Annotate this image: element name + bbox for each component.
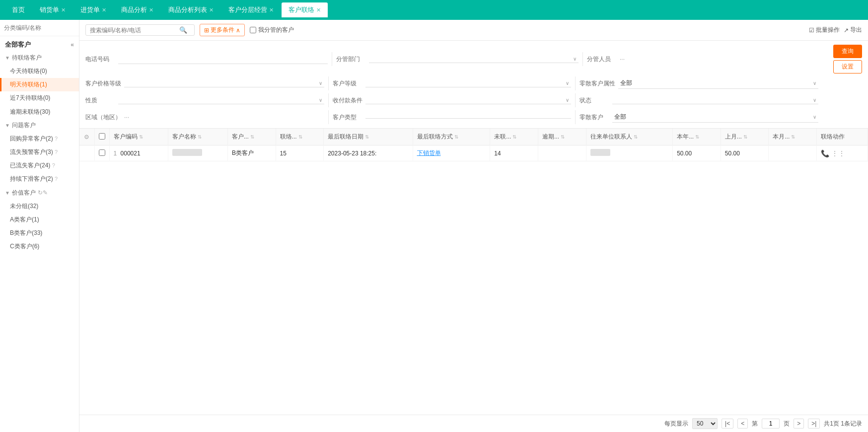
- nav-close-product-analysis-list[interactable]: ✕: [209, 7, 214, 13]
- value-group-edit-icon[interactable]: ✎: [43, 189, 48, 196]
- nav-close-purchase-order[interactable]: ✕: [102, 7, 106, 13]
- page-number-input[interactable]: [762, 419, 780, 429]
- sidebar-item-tomorrow-pending[interactable]: 明天待联络(1): [0, 78, 79, 91]
- sidebar-item-c-class[interactable]: C类客户(6): [0, 240, 79, 253]
- th-contacts-sortable[interactable]: 联络... ⇅: [280, 133, 320, 141]
- th-uncontacted-sortable[interactable]: 未联... ⇅: [494, 133, 534, 141]
- per-page-select[interactable]: 50 100 200: [692, 418, 718, 429]
- sidebar-item-today-pending[interactable]: 今天待联络(0): [0, 65, 79, 78]
- gear-icon[interactable]: ⚙: [84, 134, 89, 141]
- row-action-more-icon[interactable]: ⋮⋮: [831, 149, 845, 157]
- select-all-checkbox[interactable]: [99, 133, 105, 140]
- nav-customer-contact[interactable]: 客户联络 ✕: [282, 2, 328, 17]
- nav-home[interactable]: 首页: [5, 2, 32, 17]
- sidebar-item-churn-warning[interactable]: 流失预警客户(3) ?: [0, 145, 79, 159]
- filter-select-retail-attr[interactable]: 全部 ∨: [618, 78, 818, 89]
- nav-customer-layered[interactable]: 客户分层经营 ✕: [221, 2, 281, 17]
- pending-arrow-icon: ▼: [5, 55, 10, 61]
- nav-sales-order[interactable]: 销货单 ✕: [33, 2, 72, 17]
- th-current-month-sortable[interactable]: 本月... ⇅: [773, 133, 812, 141]
- th-actions: 联络动作: [817, 129, 868, 145]
- nav-close-product-analysis[interactable]: ✕: [149, 7, 153, 13]
- sidebar-item-b-class[interactable]: B类客户(33): [0, 226, 79, 240]
- nav-product-analysis-list[interactable]: 商品分析列表 ✕: [161, 2, 220, 17]
- filter-select-price-level[interactable]: ∨: [124, 79, 324, 87]
- prev-page-button[interactable]: <: [737, 419, 748, 429]
- problem-group-title[interactable]: ▼ 问题客户: [0, 119, 79, 132]
- filter-select-retail-customer[interactable]: 全部 ∨: [612, 112, 818, 123]
- filter-icon: ⊞: [204, 27, 209, 34]
- filter-label-dept: 分管部门: [336, 55, 366, 64]
- my-customers-checkbox[interactable]: 我分管的客户: [250, 26, 294, 34]
- row-checkbox[interactable]: [99, 149, 105, 156]
- filter-select-customer-type[interactable]: [365, 116, 572, 119]
- batch-operation-button[interactable]: ☑ 批量操作: [809, 26, 840, 34]
- pending-group-title[interactable]: ▼ 待联络客户: [0, 51, 79, 65]
- th-checkbox: [94, 129, 109, 145]
- first-page-button[interactable]: |<: [722, 419, 733, 429]
- sidebar-search-input[interactable]: [4, 24, 78, 31]
- sidebar-item-overdue-pending[interactable]: 逾期未联络(30): [0, 105, 79, 119]
- td-empty: [79, 145, 94, 161]
- th-contact-person-sortable[interactable]: 往来单位联系人 ⇅: [590, 133, 669, 141]
- more-filter-button[interactable]: ⊞ 更多条件 ∧: [200, 24, 245, 36]
- filter-select-status[interactable]: ∨: [612, 96, 818, 104]
- filter-select-payment[interactable]: ∨: [365, 96, 572, 104]
- filter-dots-manager[interactable]: ···: [620, 56, 625, 63]
- filter-divider-3: [328, 76, 329, 90]
- th-overdue-sortable[interactable]: 逾期... ⇅: [542, 133, 582, 141]
- row-action-phone-icon[interactable]: 📞: [821, 149, 829, 157]
- row-actions-wrap: 📞 ⋮⋮: [821, 149, 864, 157]
- filter-divider-6: [575, 93, 576, 107]
- th-last-contact-method-sortable[interactable]: 最后联络方式 ⇅: [417, 133, 486, 141]
- sort-icon-contacts: ⇅: [298, 134, 302, 140]
- search-input[interactable]: [90, 27, 179, 34]
- filter-select-customer-level[interactable]: ∨: [365, 79, 572, 87]
- sort-icon-type: ⇅: [250, 134, 254, 140]
- th-last-month-sortable[interactable]: 上月... ⇅: [725, 133, 765, 141]
- nav-close-sales-order[interactable]: ✕: [61, 7, 66, 13]
- td-last-contact-method: 下销货单: [413, 145, 490, 161]
- th-current-year-sortable[interactable]: 本年... ⇅: [677, 133, 717, 141]
- sort-icon-last-contact-date: ⇅: [365, 134, 369, 140]
- sidebar-item-churned[interactable]: 已流失客户(24) ?: [0, 159, 79, 172]
- th-code-sortable[interactable]: 客户编码 ⇅: [114, 133, 164, 141]
- collapse-icon[interactable]: «: [71, 41, 74, 48]
- nav-close-customer-contact[interactable]: ✕: [316, 7, 321, 13]
- value-group-title[interactable]: ▼ 价值客户 ↻ ✎: [0, 186, 79, 200]
- search-icon[interactable]: 🔍: [179, 26, 187, 34]
- setting-button[interactable]: 设置: [833, 60, 862, 73]
- th-last-contact-date-sortable[interactable]: 最后联络日期 ⇅: [328, 133, 408, 141]
- nav-product-analysis[interactable]: 商品分析 ✕: [114, 2, 160, 17]
- th-name-sortable[interactable]: 客户名称 ⇅: [172, 133, 223, 141]
- th-current-year: 本年... ⇅: [673, 129, 721, 145]
- nav-purchase-order[interactable]: 进货单 ✕: [73, 2, 113, 17]
- last-page-button[interactable]: >|: [808, 419, 820, 429]
- th-type-sortable[interactable]: 客户... ⇅: [232, 133, 272, 141]
- chevron-down-icon-4: ∨: [813, 80, 816, 86]
- filter-input-phone[interactable]: [118, 55, 328, 64]
- value-arrow-icon: ▼: [5, 190, 10, 196]
- filter-action-col: 查询 设置: [833, 45, 862, 73]
- sidebar-item-a-class[interactable]: A类客户(1): [0, 213, 79, 226]
- filter-select-dept[interactable]: ∨: [369, 55, 579, 63]
- filter-label-payment: 收付款条件: [333, 96, 362, 105]
- sidebar-item-declining[interactable]: 持续下滑客户(2) ?: [0, 172, 79, 186]
- export-button[interactable]: ↗ 导出: [844, 26, 862, 34]
- next-page-button[interactable]: >: [794, 419, 804, 429]
- sidebar-item-ungrouped[interactable]: 未分组(32): [0, 200, 79, 213]
- nav-close-customer-layered[interactable]: ✕: [269, 7, 274, 13]
- my-customers-check[interactable]: [250, 27, 256, 33]
- sidebar-item-week-pending[interactable]: 近7天待联络(0): [0, 91, 79, 105]
- value-group-refresh-icon[interactable]: ↻: [38, 189, 43, 196]
- filter-dots-region[interactable]: ···: [124, 114, 129, 121]
- filter-divider-8: [575, 110, 576, 124]
- query-button[interactable]: 查询: [833, 45, 862, 58]
- sidebar-item-abnormal-repurchase[interactable]: 回购异常客户(2) ?: [0, 132, 79, 145]
- last-contact-method-link[interactable]: 下销货单: [417, 149, 441, 156]
- sort-icon-code: ⇅: [139, 134, 143, 140]
- th-current-month: 本月... ⇅: [769, 129, 817, 145]
- filter-select-nature[interactable]: ∨: [118, 96, 324, 104]
- sort-icon-name: ⇅: [198, 134, 202, 140]
- th-type: 客户... ⇅: [227, 129, 276, 145]
